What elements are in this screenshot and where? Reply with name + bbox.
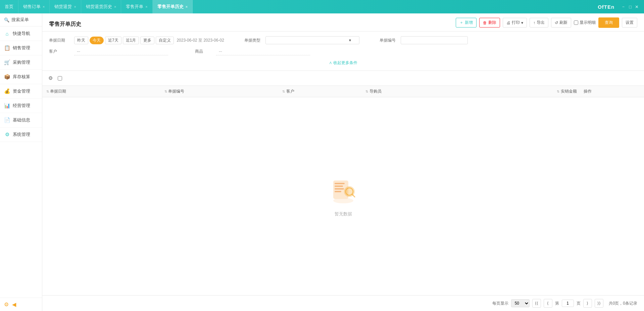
minimize-btn[interactable]: － [621, 4, 626, 10]
search-icon: 🔍 [4, 17, 9, 22]
close-tab-sales-order[interactable]: × [43, 5, 45, 9]
page-label-2: 页 [577, 301, 581, 306]
close-tab-sales-return-history[interactable]: × [114, 5, 116, 9]
first-page-btn[interactable]: ⟨⟨ [532, 299, 541, 308]
operations-icon: 📊 [4, 103, 10, 109]
tab-retail-open-history[interactable]: 零售开单历史 × [153, 0, 193, 13]
date-buttons: 昨天 今天 近7天 近1月 更多 自定义 2023-06-02 至 2023-0… [74, 37, 224, 44]
top-nav-bar: 首页 销售订单 × 销货退货 × 销货退货历史 × 零售开单 × 零售开单历史 … [0, 0, 644, 13]
sidebar-item-finance[interactable]: 💰 资金管理 [0, 84, 42, 99]
add-button[interactable]: ＋ 新增 [456, 18, 477, 28]
tab-retail-open[interactable]: 零售开单 × [121, 0, 152, 13]
pagination-bar: 每页显示 20 50 100 200 ⟨⟨ ⟨ 第 页 ⟩ ⟩⟩ 共0页，0条记… [42, 295, 644, 311]
settings-button[interactable]: 设置 [622, 18, 637, 28]
empty-icon [327, 175, 360, 206]
col-customer: ⇅ 客户 [278, 86, 361, 97]
tab-sales-order[interactable]: 销售订单 × [18, 0, 50, 13]
column-settings-icon[interactable]: ⚙ [46, 73, 55, 83]
table-toolbar: ⚙ [42, 71, 644, 86]
page-size-label: 每页显示 [492, 301, 508, 306]
sidebar-search[interactable]: 🔍 搜索采单 [0, 13, 42, 27]
main-layout: 🔍 搜索采单 ⌂ 快捷导航 📋 销售管理 🛒 采购管理 📦 库存核算 💰 资金管… [0, 13, 644, 311]
col-actions: 操作 [580, 86, 644, 97]
svg-rect-3 [335, 186, 343, 187]
delete-button[interactable]: 🗑 删除 [479, 18, 500, 28]
close-tab-retail-open-history[interactable]: × [186, 5, 188, 9]
maximize-btn[interactable]: □ [629, 4, 632, 9]
show-detail-checkbox-container[interactable]: 显示明细 [574, 20, 596, 25]
page-title: 零售开单历史 [49, 21, 81, 28]
tab-home[interactable]: 首页 [0, 0, 18, 13]
settings-bottom-btn[interactable]: ⚙ [4, 301, 9, 308]
date-btn-7days[interactable]: 近7天 [105, 37, 121, 44]
sidebar-item-base-info[interactable]: 📄 基础信息 [0, 113, 42, 127]
col-date: ⇅ 单据日期 [42, 86, 160, 97]
collapse-sidebar-btn[interactable]: ◀ [12, 301, 16, 308]
date-btn-custom[interactable]: 自定义 [156, 37, 174, 44]
page-label: 第 [555, 301, 559, 306]
svg-rect-2 [335, 183, 345, 184]
sidebar-item-sales-mgmt[interactable]: 📋 销售管理 [0, 41, 42, 55]
purchase-icon: 🛒 [4, 59, 10, 65]
show-detail-checkbox[interactable] [574, 20, 578, 25]
refresh-button[interactable]: ↺ 刷新 [551, 18, 571, 28]
chevron-down-icon: ▾ [521, 20, 523, 25]
doc-type-select[interactable]: ▾ [265, 36, 359, 44]
print-button[interactable]: 🖨 打印 ▾ [503, 18, 527, 28]
empty-text: 暂无数据 [335, 211, 352, 217]
next-page-btn[interactable]: ⟩ [583, 299, 592, 308]
sort-icon: ⇅ [164, 90, 167, 93]
total-info: 共0页，0条记录 [609, 301, 637, 306]
data-table: ⇅ 单据日期 ⇅ 单据编号 ⇅ 客户 ⇅ 导购员 [42, 86, 644, 97]
close-tab-sales-return[interactable]: × [74, 5, 76, 9]
sidebar-bottom: ⚙ ◀ [0, 298, 42, 311]
page-header: 零售开单历史 ＋ 新增 🗑 删除 🖨 打印 ▾ ↑ 导出 [42, 13, 644, 32]
tab-sales-return[interactable]: 销货退货 × [50, 0, 81, 13]
sort-icon: ⇅ [557, 90, 559, 93]
finance-icon: 💰 [4, 88, 10, 94]
sidebar-item-quick-nav[interactable]: ⌂ 快捷导航 [0, 27, 42, 41]
date-btn-yesterday[interactable]: 昨天 [74, 37, 88, 44]
doc-no-label: 单据编号 [380, 38, 398, 43]
collapse-filter-btn[interactable]: ∧ 收起更多条件 [49, 59, 637, 67]
refresh-icon: ↺ [555, 20, 558, 25]
doc-type-label: 单据类型 [244, 38, 263, 43]
nav-tabs: 首页 销售订单 × 销货退货 × 销货退货历史 × 零售开单 × 零售开单历史 … [0, 0, 589, 13]
date-btn-more[interactable]: 更多 [140, 37, 154, 44]
prev-page-btn[interactable]: ⟨ [544, 299, 552, 308]
home-icon: ⌂ [4, 31, 10, 37]
close-tab-retail-open[interactable]: × [145, 5, 147, 9]
sidebar: 🔍 搜索采单 ⌂ 快捷导航 📋 销售管理 🛒 采购管理 📦 库存核算 💰 资金管… [0, 13, 42, 311]
date-label: 单据日期 [49, 38, 67, 43]
sidebar-item-inventory[interactable]: 📦 库存核算 [0, 70, 42, 84]
product-label: 商品 [195, 49, 213, 54]
select-all-checkbox[interactable] [58, 76, 62, 81]
table-area: ⚙ ⇅ 单据日期 ⇅ 单据编号 ⇅ [42, 71, 644, 295]
date-btn-1month[interactable]: 近1月 [123, 37, 139, 44]
tab-sales-return-history[interactable]: 销货退货历史 × [81, 0, 121, 13]
print-icon: 🖨 [506, 20, 510, 25]
add-icon: ＋ [459, 20, 463, 25]
last-page-btn[interactable]: ⟩⟩ [595, 299, 603, 308]
close-btn[interactable]: ✕ [635, 4, 639, 9]
query-button[interactable]: 查询 [598, 17, 619, 28]
sidebar-item-system[interactable]: ⚙ 系统管理 [0, 127, 42, 142]
filter-row-2: 客户 商品 [49, 48, 637, 55]
date-btn-today[interactable]: 今天 [90, 37, 104, 44]
brand-name: OfTEn [594, 4, 618, 10]
product-input[interactable] [216, 48, 310, 55]
base-info-icon: 📄 [4, 117, 10, 123]
svg-rect-4 [335, 188, 344, 190]
export-icon: ↑ [533, 20, 535, 25]
filter-row-1: 单据日期 昨天 今天 近7天 近1月 更多 自定义 2023-06-02 至 2… [49, 36, 637, 44]
sort-icon: ⇅ [365, 90, 368, 93]
sidebar-item-operations[interactable]: 📊 经营管理 [0, 99, 42, 113]
toolbar: ＋ 新增 🗑 删除 🖨 打印 ▾ ↑ 导出 ↺ 刷新 [456, 17, 637, 31]
doc-no-input[interactable] [401, 36, 468, 44]
page-size-select[interactable]: 20 50 100 200 [511, 299, 530, 307]
page-number-input[interactable] [562, 300, 574, 307]
sidebar-item-purchase-mgmt[interactable]: 🛒 采购管理 [0, 55, 42, 70]
sort-icon: ⇅ [46, 90, 49, 93]
export-button[interactable]: ↑ 导出 [530, 18, 548, 28]
customer-input[interactable] [74, 48, 168, 55]
